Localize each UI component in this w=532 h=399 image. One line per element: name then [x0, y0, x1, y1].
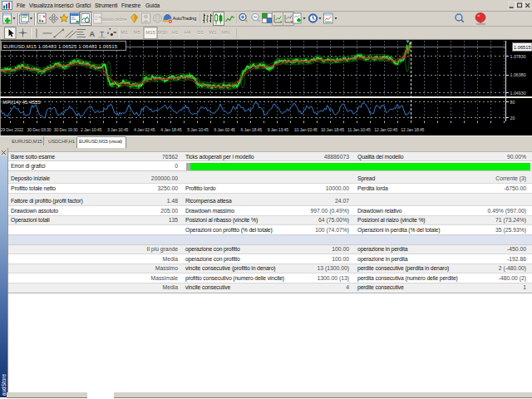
svg-text:20: 20: [510, 116, 515, 121]
svg-text:EURUSD,M15 1.06483 1.06525 1.: EURUSD,M15 1.06483 1.06525 1.06483 1.065…: [3, 44, 118, 49]
svg-text:12 Jan 02:45: 12 Jan 02:45: [374, 127, 397, 132]
svg-text:11 Jan 10:45: 11 Jan 10:45: [347, 127, 371, 132]
svg-text:1.07830: 1.07830: [510, 54, 526, 59]
svg-text:9 Jan 13:45: 9 Jan 13:45: [268, 127, 289, 132]
svg-text:6 Jan 02:45: 6 Jan 02:45: [214, 127, 236, 132]
svg-text:12 Jan 18:45: 12 Jan 18:45: [401, 127, 424, 132]
svg-text:30 Dec 03:30: 30 Dec 03:30: [27, 127, 52, 132]
svg-text:10 Jan 18:45: 10 Jan 18:45: [321, 127, 344, 132]
svg-text:1.06380: 1.06380: [510, 72, 526, 77]
svg-text:80: 80: [510, 100, 515, 105]
svg-text:audStore: audStore: [1, 374, 7, 396]
svg-text:T: T: [100, 29, 104, 37]
svg-text:30 Dec 19:30: 30 Dec 19:30: [54, 127, 78, 132]
svg-text:MFI(14) 45.4555: MFI(14) 45.4555: [2, 99, 41, 105]
svg-text:29 Dec 2022: 29 Dec 2022: [1, 127, 24, 132]
svg-text:4 Jan 18:45: 4 Jan 18:45: [160, 127, 182, 132]
svg-text:2 Jan 10:45: 2 Jan 10:45: [81, 127, 102, 132]
svg-text:1.04930: 1.04930: [510, 91, 526, 96]
svg-text:1.06515: 1.06515: [514, 45, 531, 50]
svg-text:6 Jan 18:45: 6 Jan 18:45: [241, 127, 263, 132]
svg-text:5 Jan 10:45: 5 Jan 10:45: [187, 127, 209, 132]
svg-text:3 Jan 10:45: 3 Jan 10:45: [107, 127, 129, 132]
svg-text:10 Jan 02:45: 10 Jan 02:45: [294, 127, 318, 132]
svg-text:4 Jan 02:45: 4 Jan 02:45: [134, 127, 155, 132]
svg-text:A: A: [90, 30, 96, 38]
